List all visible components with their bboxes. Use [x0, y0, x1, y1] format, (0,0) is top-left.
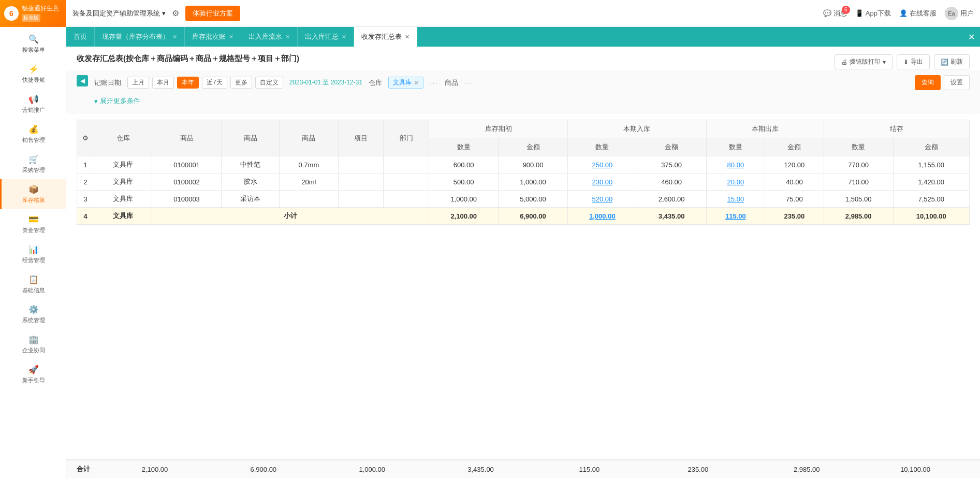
- tab-stock-dist[interactable]: 现存量（库存分布表）✕: [95, 27, 185, 47]
- sidebar-item-finance[interactable]: 💳 资金管理: [0, 209, 66, 239]
- app-logo: 6 畅捷通好生意 标准版: [0, 0, 66, 27]
- tab-label-in-out-flow: 出入库流水: [248, 32, 282, 41]
- row-project: [338, 173, 384, 191]
- sidebar-item-quick-nav[interactable]: ⚡ 快捷导航: [0, 59, 66, 89]
- date-btn-本年[interactable]: 本年: [177, 77, 199, 89]
- row-in-qty[interactable]: 230.00: [567, 173, 637, 191]
- tab-in-out-summary[interactable]: 出入库汇总✕: [298, 27, 354, 47]
- message-badge: 6: [842, 6, 850, 14]
- row-in-amt: 375.00: [637, 156, 706, 173]
- date-btn-近7天[interactable]: 近7天: [202, 77, 227, 89]
- sidebar-item-guide[interactable]: 🚀 新手引导: [0, 359, 66, 389]
- row-out-amt: 120.00: [765, 156, 824, 173]
- logo-icon: 6: [4, 6, 19, 21]
- row-goods-spec: [280, 191, 339, 208]
- finance-label: 资金管理: [22, 226, 45, 234]
- row-in-qty[interactable]: 520.00: [567, 191, 637, 208]
- sales-icon: 💰: [28, 124, 39, 134]
- footer-total-label: 合计: [77, 465, 90, 474]
- sidebar: 6 畅捷通好生意 标准版 🔍 搜索菜单 ⚡ 快捷导航 📢 营销推广 💰 销售管理…: [0, 0, 66, 478]
- topbar-system-title: 装备及固定资产辅助管理系统 ▾: [72, 9, 166, 18]
- filter-collapse-button[interactable]: ◀: [77, 75, 88, 86]
- search-icon: 🔍: [28, 34, 39, 44]
- row-bal-amt: 1,420.00: [893, 173, 969, 191]
- base-info-label: 基础信息: [22, 286, 45, 294]
- close-all-tabs-button[interactable]: ✕: [963, 32, 980, 42]
- query-button[interactable]: 查询: [915, 75, 941, 90]
- col-goods-name-header: 商品: [221, 120, 279, 156]
- date-btn-自定义[interactable]: 自定义: [255, 77, 283, 89]
- system-label: 系统管理: [22, 316, 45, 324]
- col-settings-header[interactable]: ⚙: [77, 120, 94, 156]
- tab-close-in-out-summary[interactable]: ✕: [342, 34, 346, 40]
- user-menu[interactable]: Ea 用户: [945, 7, 974, 20]
- row-in-qty[interactable]: 250.00: [567, 156, 637, 173]
- row-out-qty[interactable]: 80.00: [706, 156, 765, 173]
- export-button[interactable]: ⬇ 导出: [897, 54, 930, 69]
- warehouse-tag-close[interactable]: ✕: [414, 79, 419, 86]
- refresh-button[interactable]: 🔄 刷新: [934, 54, 970, 69]
- main-area: 装备及固定资产辅助管理系统 ▾ ⚙ 体验行业方案 💬 消息 6 📱 App下载 …: [66, 0, 980, 478]
- table-container: ⚙ 仓库 商品 商品 商品 项目 部门 库存期初 本期入库 本期出库 结存 数量: [66, 113, 980, 235]
- settings-button[interactable]: 设置: [944, 75, 970, 90]
- sidebar-item-marketing[interactable]: 📢 营销推广: [0, 89, 66, 119]
- date-btn-更多[interactable]: 更多: [230, 77, 252, 89]
- row-project: [338, 191, 384, 208]
- quick-nav-label: 快捷导航: [22, 76, 45, 84]
- sidebar-item-sales[interactable]: 💰 销售管理: [0, 119, 66, 149]
- row-department: [384, 191, 429, 208]
- subtotal-row: 4 文具库 小计 2,100.00 6,900.00 1,000.00 3,43…: [77, 208, 970, 225]
- date-btn-本月[interactable]: 本月: [152, 77, 174, 89]
- print-button[interactable]: 🖨 拨镜版打印 ▾: [835, 54, 893, 69]
- tab-close-in-out-flow[interactable]: ✕: [285, 34, 290, 40]
- logo-text: 畅捷通好生意 标准版: [22, 5, 59, 22]
- row-out-qty[interactable]: 20.00: [706, 173, 765, 191]
- sidebar-item-purchase[interactable]: 🛒 采购管理: [0, 149, 66, 179]
- online-service-button[interactable]: 👤 在线客服: [899, 9, 937, 18]
- settings-icon[interactable]: ⚙: [172, 8, 179, 18]
- col-in-amt-header: 金额: [637, 138, 706, 156]
- tab-home[interactable]: 首页: [66, 27, 95, 47]
- sidebar-item-system[interactable]: ⚙️ 系统管理: [0, 299, 66, 329]
- subtotal-out-qty[interactable]: 115.00: [706, 208, 765, 225]
- tabbar: 首页现存量（库存分布表）✕库存批次账✕出入库流水✕出入库汇总✕收发存汇总表✕✕: [66, 27, 980, 47]
- tab-batch-ledger[interactable]: 库存批次账✕: [185, 27, 241, 47]
- tab-label-recv-send-summary: 收发存汇总表: [361, 32, 402, 41]
- col-out-header: 本期出库: [706, 120, 824, 138]
- sidebar-item-enterprise[interactable]: 🏢 企业协同: [0, 329, 66, 359]
- subtotal-in-qty[interactable]: 1,000.00: [567, 208, 637, 225]
- sidebar-item-search[interactable]: 🔍 搜索菜单: [0, 29, 66, 59]
- goods-more[interactable]: ···: [464, 79, 473, 86]
- operations-label: 经营管理: [22, 256, 45, 264]
- subtotal-seq: 4: [77, 208, 94, 225]
- sidebar-item-base-info[interactable]: 📋 基础信息: [0, 269, 66, 299]
- row-out-qty[interactable]: 15.00: [706, 191, 765, 208]
- sales-label: 销售管理: [22, 136, 45, 144]
- sidebar-item-operations[interactable]: 📊 经营管理: [0, 239, 66, 269]
- subtotal-bal-qty: 2,985.00: [824, 208, 893, 225]
- row-open-qty: 600.00: [429, 156, 499, 173]
- warehouse-tag[interactable]: 文具库 ✕: [388, 77, 423, 89]
- expand-conditions-button[interactable]: ▾ 展开更多条件: [94, 94, 970, 108]
- row-seq: 3: [77, 191, 94, 208]
- footer-out-qty: 115.00: [535, 466, 644, 473]
- tab-close-batch-ledger[interactable]: ✕: [229, 34, 233, 40]
- trial-button[interactable]: 体验行业方案: [185, 6, 240, 21]
- warehouse-more[interactable]: ···: [430, 79, 438, 86]
- subtotal-out-amt: 235.00: [765, 208, 824, 225]
- version-badge: 标准版: [22, 14, 40, 22]
- finance-icon: 💳: [28, 214, 39, 224]
- row-open-qty: 500.00: [429, 173, 499, 191]
- app-download-button[interactable]: 📱 App下载: [855, 9, 891, 18]
- date-btn-上月[interactable]: 上月: [127, 77, 149, 89]
- tab-recv-send-summary[interactable]: 收发存汇总表✕: [354, 27, 417, 47]
- sidebar-item-inventory[interactable]: 📦 库存核算: [0, 179, 66, 209]
- tab-in-out-flow[interactable]: 出入库流水✕: [241, 27, 298, 47]
- message-button[interactable]: 💬 消息 6: [823, 9, 847, 18]
- subtotal-in-amt: 3,435.00: [637, 208, 706, 225]
- table-settings-icon[interactable]: ⚙: [82, 134, 89, 142]
- system-title-dropdown[interactable]: 装备及固定资产辅助管理系统 ▾: [72, 9, 166, 18]
- tab-close-recv-send-summary[interactable]: ✕: [405, 34, 409, 40]
- tab-close-stock-dist[interactable]: ✕: [172, 34, 177, 40]
- row-goods-name: 胶水: [221, 173, 279, 191]
